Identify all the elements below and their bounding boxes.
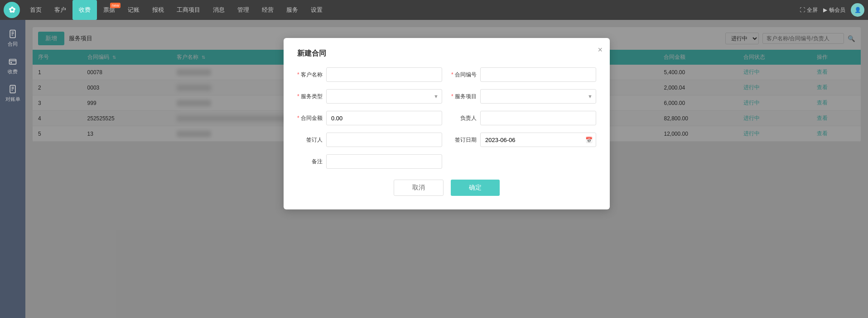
sidebar-item-billing[interactable]: 收费 [0,52,25,80]
avatar-icon: 👤 [854,7,861,13]
form-group-service-type: 服务类型 ▼ [297,89,442,104]
contract-no-label: 合同编号 [451,71,477,79]
form-row-5: 备注 [297,154,596,169]
contract-icon [8,29,18,39]
fullscreen-icon: ⛶ [800,7,805,13]
contract-no-input[interactable] [480,67,596,82]
billing-icon [8,57,18,66]
service-type-form-label: 服务类型 [297,93,323,100]
nav-manage[interactable]: 管理 [231,0,256,20]
responsible-label: 负责人 [451,114,477,122]
sidebar-item-contract[interactable]: 合同 [0,24,25,52]
calendar-icon[interactable]: 📅 [585,137,593,143]
form-group-responsible: 负责人 [451,111,596,125]
form-row-1: 客户名称 合同编号 [297,67,596,82]
service-item-label: 服务项目 [451,93,477,100]
contract-amount-label: 合同金额 [297,114,323,122]
modal-close-button[interactable]: × [598,45,603,55]
date-wrapper: 📅 [480,133,596,147]
sidebar-item-statement[interactable]: 对账单 [0,80,25,107]
member-button[interactable]: ▶ 畅会员 [823,6,845,14]
sidebar-billing-label: 收费 [8,68,18,75]
service-item-select[interactable] [480,89,596,104]
main-layout: 合同 收费 对账单 新增 服务项目 进行中 已完成 [0,20,868,318]
service-item-wrapper: ▼ [480,89,596,104]
svg-point-5 [11,62,12,63]
responsible-input[interactable] [480,111,596,125]
service-type-wrapper: ▼ [326,89,442,104]
notes-input[interactable] [326,154,442,169]
form-group-signer: 签订人 [297,133,442,147]
nav-settings[interactable]: 设置 [304,0,329,20]
nav-message[interactable]: 消息 [207,0,231,20]
new-contract-modal: 新建合同 × 客户名称 合同编号 服务类型 [284,38,610,209]
form-row-2: 服务类型 ▼ 服务项目 ▼ [297,89,596,104]
app-logo: ✿ [4,2,20,18]
logo-symbol: ✿ [9,5,15,15]
customer-name-label: 客户名称 [297,71,323,79]
confirm-button[interactable]: 确定 [451,180,500,196]
nav-operation[interactable]: 经营 [256,0,280,20]
modal-footer: 取消 确定 [297,180,596,196]
form-row-3: 合同金额 负责人 [297,111,596,125]
nav-bookkeeping[interactable]: 记账 [121,0,146,20]
signer-label: 签订人 [297,136,323,144]
nav-tax[interactable]: 报税 [146,0,170,20]
nav-invoice[interactable]: 票据 new [97,0,121,20]
modal-overlay[interactable]: 新建合同 × 客户名称 合同编号 服务类型 [25,20,868,318]
form-group-notes: 备注 [297,154,442,169]
notes-label: 备注 [297,158,323,166]
form-row-4: 签订人 签订日期 📅 [297,133,596,147]
service-type-select[interactable] [326,89,442,104]
cancel-button[interactable]: 取消 [394,180,444,196]
customer-name-input[interactable] [326,67,442,82]
form-group-service-item: 服务项目 ▼ [451,89,596,104]
signer-input[interactable] [326,133,442,147]
statement-icon [8,84,18,94]
sidebar-statement-label: 对账单 [5,96,20,103]
sign-date-label: 签订日期 [451,136,477,144]
play-icon: ▶ [823,7,827,13]
sign-date-input[interactable] [480,133,596,147]
nav-home[interactable]: 首页 [24,0,48,20]
form-group-customer: 客户名称 [297,67,442,82]
top-navigation: ✿ 首页 客户 收费 票据 new 记账 报税 工商项目 消息 管理 经营 服务… [0,0,868,20]
nav-menu: 首页 客户 收费 票据 new 记账 报税 工商项目 消息 管理 经营 服务 设… [24,0,800,20]
sidebar-contract-label: 合同 [8,41,18,47]
modal-title: 新建合同 [297,49,596,58]
content-area: 新增 服务项目 进行中 已完成 已终止 🔍 [25,20,868,318]
nav-right-actions: ⛶ 全屏 ▶ 畅会员 👤 [800,3,864,17]
form-group-amount: 合同金额 [297,111,442,125]
nav-business[interactable]: 工商项目 [170,0,207,20]
nav-billing[interactable]: 收费 [72,0,97,20]
form-group-sign-date: 签订日期 📅 [451,133,596,147]
form-group-contract-no: 合同编号 [451,67,596,82]
contract-amount-input[interactable] [326,111,442,125]
nav-service[interactable]: 服务 [280,0,304,20]
sidebar: 合同 收费 对账单 [0,20,25,318]
new-badge: new [110,3,121,8]
svg-rect-4 [10,59,16,64]
avatar[interactable]: 👤 [851,3,864,17]
fullscreen-button[interactable]: ⛶ 全屏 [800,6,818,14]
nav-customer[interactable]: 客户 [48,0,72,20]
